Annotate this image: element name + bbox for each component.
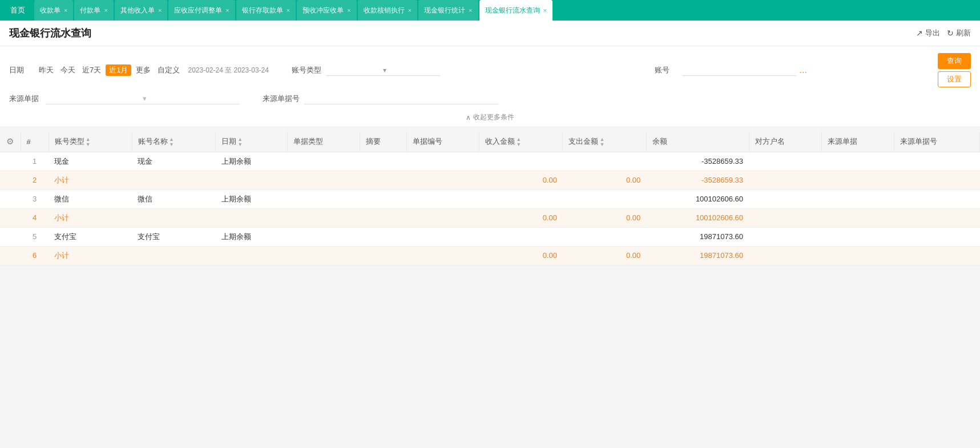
cell-account-name: 现金 (132, 152, 215, 171)
close-bank-deposit-icon[interactable]: × (287, 7, 290, 14)
account-group: 账号 ... (655, 64, 938, 76)
cell-date: 上期余额 (216, 152, 288, 171)
col-settings[interactable]: ⚙ (0, 132, 21, 152)
cell-no: 2 (21, 171, 49, 189)
tab-cash-bank-flow[interactable]: 现金银行流水查询 × (479, 0, 552, 21)
cell-doc-type (287, 246, 360, 265)
date-opt-yesterday[interactable]: 昨天 (37, 64, 56, 76)
source-doc-arrow-icon: ▾ (143, 94, 237, 103)
tab-bank-deposit[interactable]: 银行存取款单 × (236, 0, 296, 21)
tab-payments[interactable]: 付款单 × (74, 0, 113, 21)
cell-account-type: 小计 (49, 208, 132, 227)
cell-balance: -3528659.33 (646, 152, 749, 171)
cell-counterpart (749, 246, 821, 265)
account-input[interactable] (682, 64, 796, 76)
col-expense[interactable]: 支出金额▲▼ (563, 132, 646, 152)
close-receipts-icon[interactable]: × (64, 7, 67, 14)
cell-balance: -3528659.33 (646, 171, 749, 189)
cell-summary (360, 208, 407, 227)
date-opt-more[interactable]: 更多 (134, 64, 153, 76)
cell-counterpart (749, 208, 821, 227)
cell-doc-type (287, 208, 360, 227)
cell-settings (0, 189, 21, 208)
cell-no: 5 (21, 227, 49, 246)
close-verify-icon[interactable]: × (408, 7, 412, 14)
cell-doc-no (406, 152, 479, 171)
tab-other-income[interactable]: 其他收入单 × (115, 0, 167, 21)
setting-button[interactable]: 设置 (938, 71, 971, 87)
cell-doc-no (406, 208, 479, 227)
account-type-select[interactable]: ▾ (326, 65, 440, 76)
export-icon: ↗ (916, 29, 923, 38)
cell-doc-no (406, 227, 479, 246)
header-actions: ↗ 导出 ↻ 刷新 (916, 28, 971, 38)
collapse-label: 收起更多条件 (473, 112, 514, 122)
close-other-income-icon[interactable]: × (158, 7, 162, 14)
close-cash-bank-flow-icon[interactable]: × (543, 7, 547, 14)
close-adjustment-icon[interactable]: × (225, 7, 229, 14)
tab-cash-bank-stat[interactable]: 现金银行统计 × (418, 0, 478, 21)
source-doc-select[interactable]: ▾ (46, 93, 240, 104)
query-button[interactable]: 查询 (938, 53, 971, 69)
cell-date: 上期余额 (216, 189, 288, 208)
cell-expense: 0.00 (563, 246, 646, 265)
table-row: 1现金现金上期余额-3528659.33 (0, 152, 980, 171)
cell-settings (0, 171, 21, 189)
table-row: 5支付宝支付宝上期余额19871073.60 (0, 227, 980, 246)
table-row: 3微信微信上期余额100102606.60 (0, 189, 980, 208)
cell-date (216, 171, 288, 189)
cell-doc-no (406, 171, 479, 189)
cell-balance: 19871073.60 (646, 227, 749, 246)
cell-expense: 0.00 (563, 171, 646, 189)
cell-counterpart (749, 227, 821, 246)
cell-account-type: 现金 (49, 152, 132, 171)
source-doc-label: 来源单据 (9, 94, 39, 104)
collapse-bar[interactable]: ∧ 收起更多条件 (9, 110, 971, 127)
source-doc-no-input[interactable] (304, 93, 498, 104)
cell-source-doc-no (894, 208, 980, 227)
cell-source-doc (821, 171, 894, 189)
date-opt-1month[interactable]: 近1月 (106, 64, 131, 76)
tab-receipts[interactable]: 收款单 × (34, 0, 73, 21)
cell-income: 0.00 (479, 208, 563, 227)
column-settings-icon[interactable]: ⚙ (6, 136, 14, 146)
date-options: 昨天 今天 近7天 近1月 更多 自定义 2023-02-24 至 2023-0… (37, 64, 269, 76)
cell-income (479, 227, 563, 246)
cell-summary (360, 152, 407, 171)
cell-summary (360, 246, 407, 265)
tab-verify[interactable]: 收款核销执行 × (358, 0, 417, 21)
col-date[interactable]: 日期▲▼ (216, 132, 288, 152)
close-cash-bank-stat-icon[interactable]: × (469, 7, 472, 14)
refresh-button[interactable]: ↻ 刷新 (947, 28, 971, 38)
home-tab[interactable]: 首页 (2, 0, 33, 21)
col-account-name[interactable]: 账号名称▲▼ (132, 132, 215, 152)
close-payments-icon[interactable]: × (104, 7, 107, 14)
date-opt-custom[interactable]: 自定义 (155, 64, 182, 76)
cell-account-type: 微信 (49, 189, 132, 208)
date-opt-7days[interactable]: 近7天 (80, 64, 103, 76)
tab-prepay-offset[interactable]: 预收冲应收单 × (297, 0, 356, 21)
col-account-type[interactable]: 账号类型▲▼ (49, 132, 132, 152)
table-row: 2小计0.000.00-3528659.33 (0, 171, 980, 189)
page-title: 现金银行流水查询 (9, 26, 91, 40)
date-opt-today[interactable]: 今天 (58, 64, 78, 76)
tab-adjustment[interactable]: 应收应付调整单 × (168, 0, 235, 21)
export-button[interactable]: ↗ 导出 (916, 28, 940, 38)
cell-source-doc-no (894, 227, 980, 246)
cell-source-doc-no (894, 152, 980, 171)
account-dots-button[interactable]: ... (800, 65, 807, 75)
col-doc-no: 单据编号 (406, 132, 479, 152)
col-income[interactable]: 收入金额▲▼ (479, 132, 563, 152)
filter-section: 日期 昨天 今天 近7天 近1月 更多 自定义 2023-02-24 至 202… (0, 46, 980, 127)
cell-account-name (132, 208, 215, 227)
cell-doc-type (287, 227, 360, 246)
close-prepay-offset-icon[interactable]: × (347, 7, 350, 14)
page-header: 现金银行流水查询 ↗ 导出 ↻ 刷新 (0, 21, 980, 46)
account-type-group: 账号类型 ▾ (292, 65, 632, 76)
cell-doc-type (287, 152, 360, 171)
cell-counterpart (749, 171, 821, 189)
filter-row-date: 日期 昨天 今天 近7天 近1月 更多 自定义 2023-02-24 至 202… (9, 53, 971, 87)
cell-settings (0, 227, 21, 246)
col-balance: 余额 (646, 132, 749, 152)
refresh-icon: ↻ (947, 29, 954, 38)
